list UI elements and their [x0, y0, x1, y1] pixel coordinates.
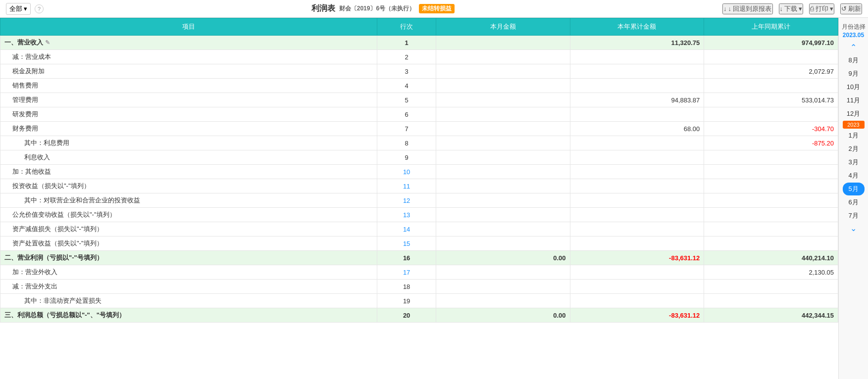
month-item[interactable]: 4月	[843, 169, 865, 182]
cell-month	[436, 50, 570, 64]
cell-prev	[704, 50, 838, 64]
month-item[interactable]: 6月	[843, 196, 865, 209]
table-row: 其中：非流动资产处置损失19	[0, 294, 838, 308]
cell-line: 20	[377, 308, 436, 323]
cell-line: 5	[377, 93, 436, 107]
cell-prev	[704, 165, 838, 179]
cell-month	[436, 79, 570, 93]
report-title: 利润表	[311, 3, 335, 14]
month-item[interactable]: 10月	[843, 81, 865, 94]
cell-month	[436, 193, 570, 208]
table-header-row: 项目 行次 本月金额 本年累计金额 上年同期累计	[0, 18, 838, 36]
cell-item: 三、利润总额（亏损总额以"-"、"号填列）	[0, 308, 377, 323]
cell-prev	[704, 193, 838, 208]
cell-ytd	[570, 50, 704, 64]
table-row: 一、营业收入✎111,320.75974,997.10	[0, 36, 838, 50]
table-row: 二、营业利润（亏损以"-"号填列）160.00-83,631.12440,214…	[0, 251, 838, 265]
month-item[interactable]: 2023	[843, 121, 865, 129]
cell-line: 11	[377, 179, 436, 193]
header-prev: 上年同期累计	[704, 18, 838, 36]
cell-line: 8	[377, 136, 436, 150]
cell-line: 14	[377, 222, 436, 237]
cell-item: 一、营业收入✎	[0, 36, 377, 50]
header-ytd: 本年累计金额	[570, 18, 704, 36]
cell-prev	[704, 179, 838, 193]
report-meta: 财会〔2019〕6号（未执行）	[339, 4, 415, 13]
cell-month	[436, 165, 570, 179]
cell-line: 3	[377, 64, 436, 79]
cell-item: 资产减值损失（损失以"-"填列）	[0, 222, 377, 237]
print-icon: ⎙	[810, 5, 814, 12]
cell-line: 19	[377, 294, 436, 308]
month-item[interactable]: 5月	[843, 183, 865, 195]
top-bar-right: ↓ ↓ 回退到原报表 ↓ 下载 ▾ ⎙ 打印 ▾ ↺ 刷新	[722, 3, 862, 14]
chevron-down-icon: ▾	[24, 5, 27, 12]
cell-line: 16	[377, 251, 436, 265]
table-row: 销售费用4	[0, 79, 838, 93]
cell-line: 4	[377, 79, 436, 93]
chevron-down-icon: ▾	[830, 5, 833, 12]
cell-line: 17	[377, 265, 436, 280]
back-icon: ↓	[723, 5, 727, 12]
cell-ytd	[570, 265, 704, 280]
header-item: 项目	[0, 18, 377, 36]
table-area[interactable]: 项目 行次 本月金额 本年累计金额 上年同期累计 一、营业收入✎111,320.…	[0, 18, 838, 379]
table-row: 加：其他收益10	[0, 165, 838, 179]
cell-ytd: 68.00	[570, 122, 704, 136]
status-badge[interactable]: 未结转损益	[419, 4, 455, 13]
scroll-down-button[interactable]: ⌄	[848, 223, 860, 235]
cell-month	[436, 122, 570, 136]
category-label: 全部	[9, 4, 22, 13]
cell-item: 其中：利息费用	[0, 136, 377, 150]
cell-item: 加：其他收益	[0, 165, 377, 179]
scroll-up-button[interactable]: ⌃	[848, 42, 860, 53]
cell-ytd: 11,320.75	[570, 36, 704, 50]
cell-month	[436, 294, 570, 308]
download-button[interactable]: ↓ 下载 ▾	[779, 3, 804, 14]
month-item[interactable]: 9月	[843, 67, 865, 80]
page-container: 全部 ▾ ? 利润表 财会〔2019〕6号（未执行） 未结转损益 ↓ ↓ 回退到…	[0, 0, 868, 379]
month-item[interactable]: 11月	[843, 94, 865, 107]
cell-prev: 2,130.05	[704, 265, 838, 280]
download-icon: ↓	[780, 5, 783, 12]
month-list: 8月9月10月11月12月20231月2月3月4月5月6月7月	[843, 53, 865, 223]
month-item[interactable]: 7月	[843, 209, 865, 222]
month-item[interactable]: 2月	[843, 142, 865, 155]
cell-ytd	[570, 193, 704, 208]
cell-line: 12	[377, 193, 436, 208]
cell-month	[436, 150, 570, 165]
month-item[interactable]: 12月	[843, 107, 865, 120]
month-item[interactable]: 3月	[843, 156, 865, 169]
header-line: 行次	[377, 18, 436, 36]
cell-line: 18	[377, 280, 436, 294]
cell-prev	[704, 237, 838, 251]
cell-prev	[704, 79, 838, 93]
cell-prev	[704, 208, 838, 222]
top-bar-left: 全部 ▾ ?	[6, 3, 44, 15]
refresh-button[interactable]: ↺ 刷新	[840, 3, 862, 14]
cell-ytd	[570, 136, 704, 150]
edit-icon[interactable]: ✎	[45, 39, 50, 46]
cell-prev	[704, 107, 838, 122]
print-button[interactable]: ⎙ 打印 ▾	[809, 3, 834, 14]
cell-month: 0.00	[436, 251, 570, 265]
cell-ytd	[570, 150, 704, 165]
table-row: 投资收益（损失以"-"填列）11	[0, 179, 838, 193]
table-row: 减：营业外支出18	[0, 280, 838, 294]
month-item[interactable]: 1月	[843, 129, 865, 142]
cell-prev: -875.20	[704, 136, 838, 150]
month-item[interactable]: 8月	[843, 54, 865, 67]
cell-ytd	[570, 222, 704, 237]
help-icon[interactable]: ?	[35, 4, 44, 13]
category-dropdown[interactable]: 全部 ▾	[6, 3, 31, 15]
back-button[interactable]: ↓ ↓ 回退到原报表	[722, 3, 773, 14]
cell-ytd	[570, 237, 704, 251]
table-row: 税金及附加32,072.97	[0, 64, 838, 79]
cell-prev	[704, 150, 838, 165]
cell-month	[436, 208, 570, 222]
cell-ytd	[570, 179, 704, 193]
cell-item: 利息收入	[0, 150, 377, 165]
cell-month	[436, 237, 570, 251]
cell-month: 0.00	[436, 308, 570, 323]
month-sidebar: 月份选择 2023.05 ⌃ 8月9月10月11月12月20231月2月3月4月…	[838, 18, 868, 379]
